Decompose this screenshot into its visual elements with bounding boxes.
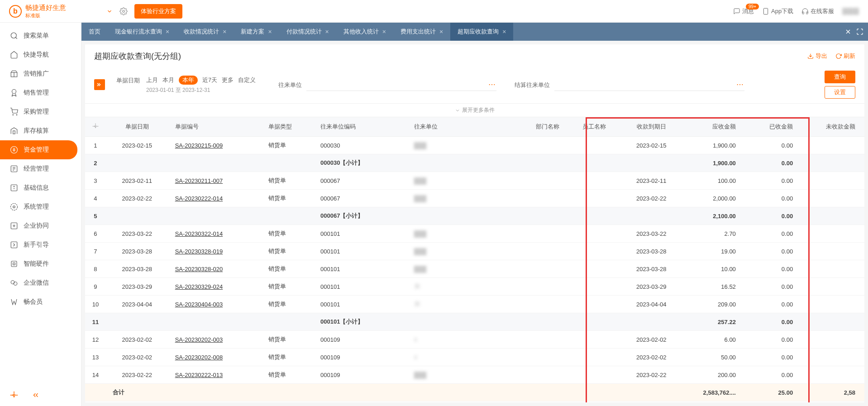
tab-1[interactable]: 现金银行流水查询×: [108, 23, 176, 41]
export-icon: [807, 53, 814, 59]
sidebar-item-member[interactable]: 畅会员: [0, 292, 81, 311]
query-button[interactable]: 查询: [825, 71, 855, 83]
sidebar-item-search[interactable]: 搜索菜单: [0, 26, 81, 45]
tab-5[interactable]: 其他收入统计×: [336, 23, 393, 41]
sidebar-item-label: 畅会员: [24, 298, 43, 306]
filter-bar: 单据日期 上月本月本年近7天更多自定义 2023-01-01 至 2023-12…: [85, 66, 864, 104]
app-download-link[interactable]: App下载: [762, 7, 793, 15]
unit-filter-input[interactable]: [306, 81, 488, 88]
docnum-link[interactable]: SA-20230202-003: [175, 336, 223, 343]
date-preset-2[interactable]: 本年: [179, 76, 198, 85]
sidebar-item-money[interactable]: 资金管理: [0, 140, 77, 159]
sidebar-item-hardware[interactable]: 智能硬件: [0, 254, 81, 273]
tab-6[interactable]: 费用支出统计×: [393, 23, 450, 41]
table-header-unit: 往来单位: [407, 117, 522, 137]
table-header-gear[interactable]: [85, 117, 106, 137]
company-selector[interactable]: [100, 7, 128, 15]
sidebar-item-system[interactable]: 系统管理: [0, 197, 81, 216]
chevron-down-icon[interactable]: [106, 8, 113, 14]
docnum-link[interactable]: SA-20230202-008: [175, 354, 223, 361]
sidebar-item-home[interactable]: 快捷导航: [0, 45, 81, 64]
sidebar-item-wechat[interactable]: 企业微信: [0, 273, 81, 292]
tab-2[interactable]: 收款情况统计×: [176, 23, 234, 41]
tab-close-icon[interactable]: ×: [223, 28, 226, 35]
tab-close-icon[interactable]: ×: [439, 28, 443, 35]
table-header-code: 往来单位编码: [314, 117, 407, 137]
export-button[interactable]: 导出: [807, 52, 827, 60]
system-icon: [10, 203, 18, 211]
tab-close-icon[interactable]: ×: [382, 28, 386, 35]
online-service-link[interactable]: 在线客服: [801, 7, 834, 15]
gear-icon[interactable]: [119, 7, 128, 15]
sidebar-item-label: 采购管理: [24, 108, 49, 116]
sidebar-item-gift[interactable]: 营销推广: [0, 64, 81, 83]
docnum-link[interactable]: SA-20230328-019: [175, 248, 223, 255]
tab-close-icon[interactable]: ×: [166, 28, 169, 35]
collapse-filter-button[interactable]: [94, 79, 105, 90]
docnum-link[interactable]: SA-20230222-014: [175, 195, 223, 202]
unit-more-button[interactable]: ⋯: [488, 80, 496, 89]
date-preset-5[interactable]: 自定义: [238, 76, 256, 84]
tab-3[interactable]: 新建方案×: [234, 23, 279, 41]
tab-close-icon[interactable]: ×: [502, 28, 506, 35]
sidebar-item-collab[interactable]: 企业协同: [0, 216, 81, 235]
sidebar-footer: [0, 384, 81, 406]
settle-unit-filter-input[interactable]: [554, 81, 736, 88]
message-icon: [733, 8, 740, 15]
tab-7[interactable]: 超期应收款查询×: [450, 23, 513, 41]
data-table-wrap[interactable]: 单据日期 单据编号 单据类型 往来单位编码 往来单位 部门名称 员工名称 收款到…: [85, 117, 864, 402]
tab-0[interactable]: 首页: [81, 23, 108, 41]
sidebar-item-badge[interactable]: 销售管理: [0, 83, 81, 102]
sidebar-item-guide[interactable]: 新手引导: [0, 235, 81, 254]
user-avatar[interactable]: ████: [842, 8, 859, 14]
sidebar-item-cart[interactable]: 采购管理: [0, 102, 81, 121]
docnum-link[interactable]: SA-20230404-003: [175, 301, 223, 308]
settle-unit-more-button[interactable]: ⋯: [736, 80, 744, 89]
data-table: 单据日期 单据编号 单据类型 往来单位编码 往来单位 部门名称 员工名称 收款到…: [85, 117, 864, 401]
docnum-link[interactable]: SA-20230328-020: [175, 266, 223, 272]
setting-button[interactable]: 设置: [825, 86, 855, 99]
sidebar-item-label: 智能硬件: [24, 260, 49, 268]
industry-solution-button[interactable]: 体验行业方案: [134, 4, 182, 19]
table-header-docnum: 单据编号: [168, 117, 262, 137]
date-preset-1[interactable]: 本月: [162, 76, 174, 84]
search-icon: [10, 32, 18, 40]
svg-point-6: [12, 90, 16, 94]
date-preset-3[interactable]: 近7天: [202, 76, 217, 84]
fullscreen-icon[interactable]: [856, 28, 863, 35]
refresh-button[interactable]: 刷新: [835, 52, 855, 60]
table-row: 102023-04-04SA-20230404-003销货单000101测202…: [85, 296, 864, 313]
sidebar: 搜索菜单快捷导航营销推广销售管理采购管理库存核算资金管理经营管理基础信息系统管理…: [0, 23, 81, 406]
date-preset-4[interactable]: 更多: [222, 76, 234, 84]
settle-unit-filter-label: 结算往来单位: [515, 80, 550, 89]
sidebar-item-label: 搜索菜单: [24, 32, 49, 40]
member-icon: [10, 298, 18, 306]
tab-close-icon[interactable]: ×: [268, 28, 272, 35]
table-row: 2000030【小计】1,900.000.00: [85, 154, 864, 172]
settle-unit-filter-input-wrap: ⋯: [554, 78, 744, 91]
svg-rect-22: [11, 261, 17, 267]
tab-label: 其他收入统计: [343, 28, 379, 36]
docnum-link[interactable]: SA-20230322-014: [175, 230, 223, 237]
docnum-link[interactable]: SA-20230211-007: [175, 177, 223, 184]
collapse-sidebar-icon[interactable]: [32, 391, 40, 399]
docnum-link[interactable]: SA-20230329-024: [175, 283, 223, 290]
docnum-link[interactable]: SA-20230215-009: [175, 142, 223, 149]
docnum-link[interactable]: SA-20230222-013: [175, 372, 223, 378]
info-icon: [10, 184, 18, 192]
sidebar-item-report[interactable]: 经营管理: [0, 159, 81, 178]
date-preset-0[interactable]: 上月: [146, 76, 158, 84]
tab-4[interactable]: 付款情况统计×: [279, 23, 336, 41]
warehouse-icon: [10, 127, 18, 135]
tab-label: 超期应收款查询: [458, 28, 499, 36]
expand-more-conditions[interactable]: 展开更多条件: [85, 104, 864, 117]
close-all-tabs-icon[interactable]: [844, 28, 852, 35]
sidebar-item-info[interactable]: 基础信息: [0, 178, 81, 197]
settings-icon[interactable]: [10, 391, 18, 399]
svg-point-8: [16, 115, 17, 115]
page-title: 超期应收款查询(无分组): [94, 51, 181, 62]
tab-close-icon[interactable]: ×: [325, 28, 329, 35]
table-row: 122023-02-02SA-20230202-003销货单0001090202…: [85, 331, 864, 349]
sidebar-item-warehouse[interactable]: 库存核算: [0, 121, 81, 140]
table-row: 92023-03-29SA-20230329-024销货单000101测2023…: [85, 278, 864, 296]
